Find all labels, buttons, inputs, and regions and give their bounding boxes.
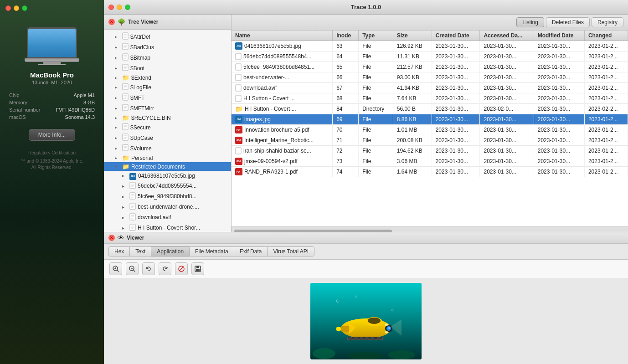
changed-cell: 2023-01-2...: [584, 83, 628, 93]
tab-virus-total[interactable]: Virus Total API: [267, 246, 314, 256]
type-cell: File: [359, 135, 393, 146]
tree-item-label: 04163681c07e5c5b.jpg: [138, 173, 195, 179]
tree-item-personal[interactable]: ▸📁Personal: [104, 154, 231, 162]
accessed-cell: 2023-01-30...: [480, 156, 534, 167]
tree-item-extend[interactable]: ▸📁$Extend: [104, 73, 231, 82]
more-info-button[interactable]: More Info...: [29, 129, 76, 141]
modified-cell: 2023-01-30...: [534, 156, 584, 167]
svg-point-81: [347, 352, 383, 359]
table-row[interactable]: best-underwater-...66File93.00 KB2023-01…: [232, 72, 628, 83]
viewer-pane: ✕ 👁 Viewer Hex Text Application File Met…: [104, 232, 628, 364]
app-close-button[interactable]: [108, 5, 114, 10]
table-row[interactable]: PDFRAND_RRA929-1.pdf74File1.64 MB2023-01…: [232, 167, 628, 177]
file-list-toolbar: Listing Deleted Files Registry: [232, 15, 628, 31]
tree-item-label: best-underwater-drone....: [138, 204, 199, 210]
table-row[interactable]: H I Sutton - Covert ...68File7.64 KB2023…: [232, 93, 628, 104]
tree-item-secure[interactable]: ▸$Secure: [104, 122, 231, 133]
tree-item-mftmirr[interactable]: ▸$MFTMirr: [104, 103, 231, 113]
changed-cell: 2023-01-2...: [584, 156, 628, 167]
file-table[interactable]: Name Inode Type Size Created Date Access…: [232, 31, 628, 226]
tree-item-volume[interactable]: ▸$Volume: [104, 143, 231, 154]
zoom-out-button[interactable]: [126, 262, 139, 275]
minimize-button[interactable]: [14, 5, 19, 11]
rotate-right-button[interactable]: [159, 262, 171, 275]
tree-item-restricted[interactable]: ▾📁Restricted Documents: [104, 162, 231, 171]
save-button[interactable]: [191, 262, 204, 275]
tab-hex[interactable]: Hex: [108, 246, 129, 256]
traffic-lights-left: [5, 5, 27, 11]
tree-close-button[interactable]: ✕: [108, 19, 115, 25]
tree-item-recyclebin[interactable]: ▸📁$RECYCLE.BIN: [104, 113, 231, 122]
expand-arrow: ▸: [122, 194, 128, 199]
app-title: Trace 1.0.0: [351, 4, 381, 10]
tab-deleted-files[interactable]: Deleted Files: [546, 17, 590, 27]
tab-text[interactable]: Text: [129, 246, 151, 256]
table-row[interactable]: iran-ship-shahid-baziar-se...72File194.6…: [232, 146, 628, 156]
accessed-cell: 2023-01-30...: [480, 114, 534, 125]
size-cell: 1.64 MB: [393, 167, 432, 177]
table-row[interactable]: PDFjmse-09-00594-v2.pdf73File3.06 MB2023…: [232, 156, 628, 167]
horizontal-scrollbar[interactable]: [232, 226, 628, 232]
tree-item-badclus[interactable]: ▸$BadClus: [104, 42, 231, 52]
tree-item-label: 5fc6ee_9849f380bbd8...: [138, 193, 196, 200]
tree-item-attrdef[interactable]: ▸$AttrDef: [104, 31, 231, 42]
size-cell: 212.57 KB: [393, 62, 432, 72]
tab-file-metadata[interactable]: File Metadata: [189, 246, 234, 256]
created-cell: 2023-01-30...: [432, 72, 480, 83]
svg-point-96: [349, 337, 352, 340]
tree-item-file4[interactable]: ▸best-underwater-drone....: [104, 202, 231, 212]
tree-item-mft[interactable]: ▸$MFT: [104, 92, 231, 103]
file-name-cell: PDFRAND_RRA929-1.pdf: [232, 167, 333, 177]
rotate-left-button[interactable]: [142, 262, 155, 275]
viewer-close-button[interactable]: ✕: [108, 235, 115, 241]
table-row[interactable]: download.avif67File41.94 KB2023-01-30...…: [232, 83, 628, 93]
table-row[interactable]: 56debc74dd089555548b4...64File11.31 KB20…: [232, 51, 628, 62]
tab-registry[interactable]: Registry: [592, 17, 623, 27]
table-row[interactable]: PDFIntelligent_Marine_Robotic...71File20…: [232, 135, 628, 146]
svg-point-99: [365, 337, 369, 340]
file-icon: [122, 83, 129, 92]
tree-item-bitmap[interactable]: ▸$Bitmap: [104, 52, 231, 63]
viewer-icon: 👁: [118, 234, 124, 241]
type-cell: File: [359, 72, 393, 83]
tab-application[interactable]: Application: [151, 246, 189, 256]
app-minimize-button[interactable]: [117, 5, 122, 10]
tree-item-file3[interactable]: ▸5fc6ee_9849f380bbd8...: [104, 191, 231, 202]
top-pane: ✕ 🌳 Tree Viewer ▸$AttrDef▸$BadClus▸$Bitm…: [104, 15, 628, 232]
changed-cell: 2023-01-2...: [584, 41, 628, 51]
macbook-image: [25, 27, 79, 64]
zoom-in-button[interactable]: [109, 262, 122, 275]
table-row[interactable]: 📁H I Sutton - Covert ...84Directory56.00…: [232, 104, 628, 114]
tree-content[interactable]: ▸$AttrDef▸$BadClus▸$Bitmap▸$Boot▸📁$Exten…: [104, 30, 231, 232]
col-type: Type: [359, 31, 393, 41]
table-row[interactable]: 5fc6ee_9849f380bbd84851...65File212.57 K…: [232, 62, 628, 72]
tab-exif-data[interactable]: Exif Data: [234, 246, 268, 256]
tree-item-boot[interactable]: ▸$Boot: [104, 63, 231, 73]
inode-cell: 74: [333, 167, 359, 177]
tree-item-file6[interactable]: ▸H I Sutton - Covert Shor...: [104, 223, 231, 232]
left-info-panel: MacBook Pro 13-inch, M1, 2020 Chip Apple…: [0, 0, 104, 364]
tree-item-file5[interactable]: ▸download.avif: [104, 212, 231, 223]
table-row[interactable]: PDFInnovation brochure a5.pdf70File1.01 …: [232, 125, 628, 135]
inode-cell: 69: [333, 114, 359, 125]
changed-cell: 2023-01-2...: [584, 62, 628, 72]
viewer-title: Viewer: [127, 235, 144, 241]
close-button[interactable]: [5, 5, 11, 11]
device-subtitle: 13-inch, M1, 2020: [32, 80, 72, 85]
col-changed: Changed: [584, 31, 628, 41]
table-header-row: Name Inode Type Size Created Date Access…: [232, 31, 628, 41]
accessed-cell: 2023-01-30...: [480, 135, 534, 146]
table-row[interactable]: JPG04163681c07e5c5b.jpg63File126.92 KB20…: [232, 41, 628, 51]
tree-item-file2[interactable]: ▸56debc74dd08955554...: [104, 181, 231, 191]
expand-arrow: ▸: [122, 205, 128, 210]
tree-item-label: $Volume: [130, 145, 152, 152]
tree-item-label: $LogFile: [130, 84, 151, 91]
tree-item-file1[interactable]: ▸JPG04163681c07e5c5b.jpg: [104, 171, 231, 181]
table-row[interactable]: JPGimages.jpg69File8.86 KB2023-01-30...2…: [232, 114, 628, 125]
tree-item-logfile[interactable]: ▸$LogFile: [104, 82, 231, 92]
maximize-button[interactable]: [22, 5, 27, 11]
tree-item-upcase[interactable]: ▸$UpCase: [104, 133, 231, 143]
no-rotation-button[interactable]: [175, 262, 188, 275]
app-maximize-button[interactable]: [125, 5, 130, 10]
tab-listing[interactable]: Listing: [516, 17, 544, 27]
